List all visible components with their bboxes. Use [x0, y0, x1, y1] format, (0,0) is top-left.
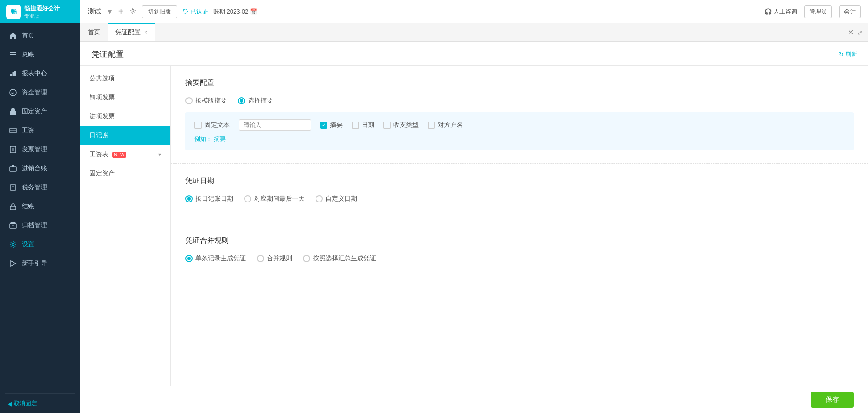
summary-template-radio[interactable]: 按模版摘要 [185, 97, 227, 105]
company-name: 测试 [88, 7, 101, 16]
select-summary-radio[interactable]: 按照选择汇总生成凭证 [303, 254, 376, 263]
sidebar-item-home[interactable]: 首页 [0, 26, 80, 45]
assets-icon [9, 108, 17, 116]
date-checkbox[interactable]: 日期 [352, 121, 374, 129]
select-radio-circle [238, 97, 245, 104]
archive-icon [9, 221, 17, 230]
content-body: 公共选项 销项发票 进项发票 日记账 工资表 [80, 66, 868, 386]
left-nav-journal[interactable]: 日记账 [80, 126, 170, 145]
income-type-checkbox[interactable]: 收支类型 [383, 121, 419, 129]
tab-voucher-config[interactable]: 凭证配置 × [108, 23, 155, 41]
merge-rule-title: 凭证合并规则 [185, 236, 854, 245]
period-last-radio[interactable]: 对应期间最后一天 [244, 195, 305, 203]
voucher-date-title: 凭证日期 [185, 176, 854, 186]
right-content: 摘要配置 按模版摘要 选择摘要 [171, 66, 868, 386]
merge-rule-radio-group: 单条记录生成凭证 合并规则 按照选择汇总生成凭证 [185, 254, 854, 263]
cancel-fixed-button[interactable]: ◀ 取消固定 [7, 399, 73, 408]
sidebar-item-closing[interactable]: 结账 [0, 197, 80, 216]
svg-text:¥: ¥ [11, 91, 14, 95]
tab-home[interactable]: 首页 [80, 23, 108, 41]
company-dropdown-icon[interactable]: ▼ [107, 8, 113, 15]
single-record-radio[interactable]: 单条记录生成凭证 [185, 254, 246, 263]
sidebar-item-payroll[interactable]: 工资 [0, 121, 80, 140]
merge-rule-radio[interactable]: 合并规则 [257, 254, 292, 263]
sidebar-item-ledger[interactable]: 总账 [0, 45, 80, 64]
left-nav-fixed-assets[interactable]: 固定资产 [80, 164, 170, 183]
counterparty-checkbox-square [428, 122, 435, 129]
left-nav-purchase-invoice[interactable]: 进项发票 [80, 107, 170, 126]
tab-close-button[interactable]: × [144, 29, 147, 36]
settings-icon [9, 240, 17, 249]
counterparty-checkbox[interactable]: 对方户名 [428, 121, 463, 129]
sidebar-item-guide[interactable]: 新手引导 [0, 254, 80, 273]
save-button[interactable]: 保存 [811, 392, 854, 408]
window-expand-button[interactable]: ⤢ [857, 29, 863, 36]
page-title: 凭证配置 [91, 49, 124, 60]
add-button[interactable]: + [118, 6, 124, 17]
sidebar: 畅 畅捷通好会计 专业版 首页 总账 [0, 0, 80, 413]
sidebar-footer: ◀ 取消固定 [0, 394, 80, 413]
window-close-button[interactable]: ✕ [848, 28, 854, 37]
payroll-icon [9, 127, 17, 135]
voucher-date-radio-group: 按日记账日期 对应期间最后一天 自定义日期 [185, 195, 854, 203]
period-last-radio-circle [244, 195, 251, 202]
fixed-text-checkbox[interactable]: 固定文本 [194, 121, 230, 129]
example-text: 例如： 摘要 [194, 135, 844, 143]
template-radio-circle [185, 97, 193, 104]
ledger-icon [9, 51, 17, 59]
svg-point-22 [12, 244, 14, 246]
svg-marker-23 [11, 261, 16, 266]
summary-select-radio[interactable]: 选择摘要 [238, 97, 273, 105]
sidebar-item-invoices[interactable]: 发票管理 [0, 140, 80, 159]
accountant-button[interactable]: 会计 [839, 5, 861, 18]
left-nav-payroll-table[interactable]: 工资表 NEW ▾ [80, 145, 170, 164]
certified-badge: 🛡 已认证 [183, 8, 208, 16]
svg-rect-15 [10, 167, 16, 171]
summary-radio-group: 按模版摘要 选择摘要 [185, 97, 854, 105]
period-display: 账期 2023-02 📅 [213, 8, 258, 16]
svg-rect-5 [14, 71, 16, 76]
select-summary-radio-circle [303, 255, 310, 262]
tabbar-right: ✕ ⤢ [848, 28, 868, 37]
expand-icon: ▾ [158, 151, 161, 158]
svg-rect-1 [10, 54, 16, 55]
calendar-icon[interactable]: 📅 [250, 8, 257, 15]
logo-icon: 畅 [6, 5, 21, 19]
topbar: 测试 ▼ + 切到旧版 🛡 已认证 账期 2023-02 📅 🎧 人工咨询 [80, 0, 868, 23]
sidebar-item-reports[interactable]: 报表中心 [0, 64, 80, 83]
admin-button[interactable]: 管理员 [804, 5, 832, 18]
gear-icon[interactable] [129, 7, 137, 16]
invoices-icon [9, 145, 17, 154]
consult-button[interactable]: 🎧 人工咨询 [764, 8, 797, 16]
sidebar-item-purchase-sales[interactable]: 进销台账 [0, 159, 80, 178]
topbar-right: 🎧 人工咨询 管理员 会计 [764, 5, 861, 18]
refresh-button[interactable]: ↻ 刷新 [839, 50, 857, 58]
left-nav-sales-invoice[interactable]: 销项发票 [80, 88, 170, 107]
sidebar-item-funds[interactable]: ¥ 资金管理 [0, 83, 80, 102]
funds-icon: ¥ [9, 89, 17, 97]
sidebar-item-assets[interactable]: 固定资产 [0, 102, 80, 121]
merge-rule-radio-circle [257, 255, 264, 262]
left-nav-public[interactable]: 公共选项 [80, 69, 170, 88]
summary-options-box: 固定文本 ✓ 摘要 日期 [185, 112, 854, 150]
merge-rule-section: 凭证合并规则 单条记录生成凭证 合并规则 [171, 223, 868, 282]
sidebar-item-archive[interactable]: 归档管理 [0, 216, 80, 235]
summary-config-section: 摘要配置 按模版摘要 选择摘要 [171, 66, 868, 164]
voucher-date-section: 凭证日期 按日记账日期 对应期间最后一天 [171, 164, 868, 223]
logo-text: 畅捷通好会计 专业版 [24, 5, 60, 19]
guide-icon [9, 259, 17, 268]
content-area: 凭证配置 ↻ 刷新 公共选项 销项发票 进项发票 [80, 42, 868, 413]
sidebar-item-settings[interactable]: 设置 [0, 235, 80, 254]
income-type-checkbox-square [383, 122, 391, 129]
summary-checkbox[interactable]: ✓ 摘要 [320, 121, 343, 129]
save-area: 保存 [80, 386, 868, 413]
custom-date-radio[interactable]: 自定义日期 [316, 195, 357, 203]
switch-old-button[interactable]: 切到旧版 [142, 5, 177, 18]
home-icon [9, 32, 17, 40]
journal-date-radio[interactable]: 按日记账日期 [185, 195, 233, 203]
svg-rect-3 [10, 74, 12, 76]
page-header: 凭证配置 ↻ 刷新 [80, 42, 868, 66]
fixed-text-input[interactable] [239, 119, 311, 131]
single-record-radio-circle [185, 255, 193, 262]
sidebar-item-tax[interactable]: 税务管理 [0, 178, 80, 197]
